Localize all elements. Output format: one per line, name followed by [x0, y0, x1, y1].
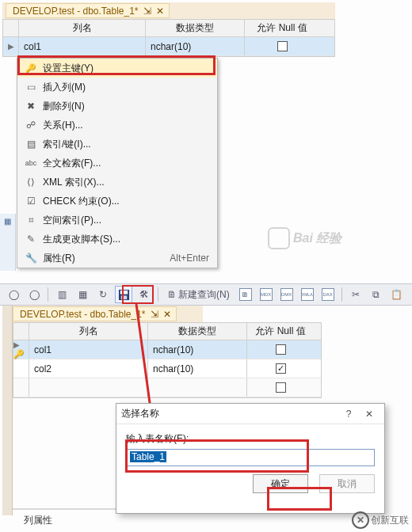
watermark: Bai 经验 [268, 226, 379, 251]
highlight-box-ok [267, 487, 332, 511]
footer-brand: ✕ 创新互联 [352, 511, 409, 529]
mdx-button[interactable]: MDX [258, 286, 275, 303]
check-icon: ☑ [22, 196, 40, 207]
table-row[interactable]: col2 nchar(10) [13, 359, 321, 378]
highlight-box [17, 55, 216, 75]
menu-fulltext-index[interactable]: abc 全文检索(F)... [17, 154, 217, 173]
highlight-box-save [122, 285, 154, 304]
null-checkbox[interactable] [276, 344, 286, 355]
header-col-name: 列名 [19, 20, 146, 36]
table-row[interactable]: ▶🔑 col1 nchar(10) [13, 340, 321, 359]
menu-xml-index[interactable]: ⟨⟩ XML 索引(X)... [17, 173, 217, 192]
tab-close-icon[interactable]: ✕ [156, 6, 164, 17]
relation-icon: ☍ [22, 120, 40, 131]
cell-name[interactable]: col2 [29, 359, 148, 378]
columns-grid-lower: 列名 数据类型 允许 Null 值 ▶🔑 col1 nchar(10) col2… [13, 322, 322, 398]
watermark-logo-icon [268, 227, 290, 249]
rail-icon: ▦ [4, 217, 11, 226]
pin-icon[interactable]: ⇲ [143, 6, 151, 17]
null-checkbox[interactable] [277, 41, 288, 51]
delete-col-icon: ✖ [22, 101, 40, 112]
nav-fwd-button[interactable]: ◯ [25, 286, 43, 303]
collapsed-panel-tab[interactable] [2, 306, 13, 515]
side-rail[interactable]: ▦ [0, 214, 16, 271]
header-col-null: 允许 Null 值 [245, 20, 319, 36]
table-row[interactable]: ▶ col1 nchar(10) [3, 37, 334, 56]
menu-properties[interactable]: 🔧 属性(R) Alt+Enter [17, 249, 217, 268]
menu-generate-change-script[interactable]: ✎ 生成更改脚本(S)... [17, 230, 217, 249]
menu-check-constraint[interactable]: ☑ CHECK 约束(O)... [17, 192, 217, 211]
context-menu: 🔑 设置主键(Y) ▭ 插入列(M) ✖ 删除列(N) ☍ 关系(H)... ▤… [17, 58, 218, 268]
dialog-title: 选择名称 [121, 407, 338, 420]
header-col-null: 允许 Null 值 [247, 323, 314, 340]
refresh-button[interactable]: ↻ [94, 286, 112, 303]
copy-button[interactable]: ⧉ [368, 286, 385, 303]
paste-button[interactable]: 📋 [388, 286, 406, 303]
spatial-icon: ⌗ [22, 215, 40, 226]
cell-type[interactable]: nchar(10) [148, 340, 247, 359]
header-col-type: 数据类型 [146, 20, 245, 36]
help-button[interactable]: ? [338, 408, 359, 420]
tab-close-icon[interactable]: ✕ [163, 309, 171, 320]
document-tab-upper[interactable]: DEVELOP.test - dbo.Table_1* ⇲ ✕ [6, 3, 170, 18]
query-icon: 🗎 [167, 289, 177, 300]
dax-button[interactable]: DAX [319, 286, 337, 303]
row-marker-icon: ▶🔑 [13, 340, 29, 359]
cell-name[interactable]: col1 [19, 37, 146, 55]
document-tab-lower[interactable]: DEVELOP.test - dbo.Table_1* ⇲ ✕ [13, 306, 177, 321]
layout2-button[interactable]: ▦ [74, 286, 91, 303]
row-header-blank [13, 323, 29, 340]
null-checkbox[interactable] [276, 382, 286, 393]
highlight-box-input [125, 439, 309, 473]
new-query-button[interactable]: 🗎 新建查询(N) [163, 286, 234, 303]
dmx-button[interactable]: DMX [278, 286, 296, 303]
cell-type[interactable] [148, 378, 247, 397]
index-icon: ▤ [22, 139, 40, 150]
brand-logo-icon: ✕ [352, 511, 369, 529]
header-col-type: 数据类型 [148, 323, 247, 340]
cell-name[interactable] [29, 378, 148, 397]
script-icon: ✎ [22, 234, 40, 245]
column-properties-title: 列属性 [24, 514, 52, 527]
tab-title: DEVELOP.test - dbo.Table_1* [20, 309, 146, 320]
tab-title: DEVELOP.test - dbo.Table_1* [13, 6, 139, 17]
xml-icon: ⟨⟩ [22, 177, 40, 188]
pin-icon[interactable]: ⇲ [151, 309, 158, 320]
row-header-blank [3, 20, 19, 36]
insert-col-icon: ▭ [22, 82, 40, 93]
fulltext-icon: abc [22, 159, 40, 167]
cut-button[interactable]: ✂ [347, 286, 364, 303]
cell-name[interactable]: col1 [29, 340, 148, 359]
table-row-new[interactable] [13, 378, 321, 397]
null-checkbox[interactable] [276, 363, 286, 374]
cell-type[interactable]: nchar(10) [148, 359, 247, 378]
main-toolbar: ◯ ◯ ▥ ▦ ↻ 🛠 🗎 新建查询(N) 🗎 MDX DMX XMLA DAX… [0, 283, 412, 306]
layout-button[interactable]: ▥ [53, 286, 71, 303]
xmla-button[interactable]: XMLA [299, 286, 316, 303]
row-marker-icon: ▶ [8, 42, 14, 51]
menu-relationships[interactable]: ☍ 关系(H)... [17, 116, 217, 135]
nav-back-button[interactable]: ◯ [5, 286, 22, 303]
wrench-icon: 🔧 [22, 253, 40, 264]
columns-grid-upper: 列名 数据类型 允许 Null 值 ▶ col1 nchar(10) [2, 19, 335, 57]
cell-type[interactable]: nchar(10) [146, 37, 245, 55]
header-col-name: 列名 [29, 323, 148, 340]
menu-indexes-keys[interactable]: ▤ 索引/键(I)... [17, 135, 217, 154]
sql-query-button[interactable]: 🗎 [237, 286, 254, 303]
menu-delete-column[interactable]: ✖ 删除列(N) [17, 97, 217, 116]
menu-spatial-index[interactable]: ⌗ 空间索引(P)... [17, 211, 217, 230]
dialog-close-button[interactable]: ✕ [359, 408, 380, 420]
menu-insert-column[interactable]: ▭ 插入列(M) [17, 78, 217, 97]
